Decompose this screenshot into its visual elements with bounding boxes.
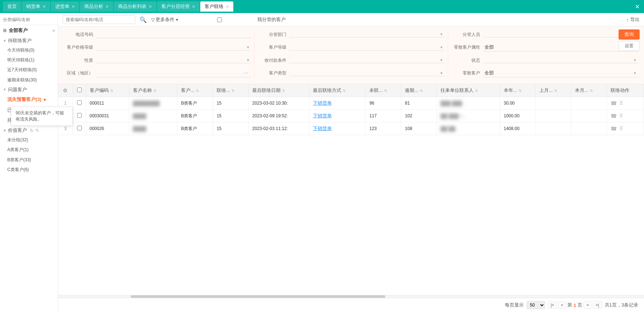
row-this-year: 1408.00 [500, 122, 536, 135]
sidebar-item-churn-warning[interactable]: 流失预警客户(3) ● [0, 94, 58, 105]
adv-status-select[interactable]: ▼ [483, 57, 638, 63]
select-all-checkbox[interactable] [77, 88, 82, 92]
adv-price-level-select[interactable]: ▼ [96, 45, 251, 50]
table-row: 3 000026 ████ B类客户 15 2023-02-03 11:12: … [58, 122, 644, 135]
settings-icon[interactable]: ⚙ [63, 88, 68, 93]
more-conditions-button[interactable]: ▽ 更多条件 ▼ [151, 16, 179, 23]
edit-icon[interactable]: ✎ [35, 128, 39, 133]
adv-customer-type-field: 客户类型 ▼ [257, 69, 444, 78]
close-icon[interactable]: ✕ [192, 4, 195, 9]
sidebar-group-value-header[interactable]: ▼ 价值客户 ↻ ✎ [0, 126, 58, 135]
sidebar-item-tomorrow[interactable]: 明天待联络(1) [0, 55, 58, 65]
sidebar-item-c-class[interactable]: C类客户(6) [0, 165, 58, 175]
sort-icon[interactable]: ⇅ [475, 89, 478, 93]
sort-icon[interactable]: ⇅ [590, 89, 593, 93]
adv-payment-select[interactable]: ▼ [289, 57, 444, 63]
prev-page-button[interactable]: < [558, 301, 566, 309]
sort-icon[interactable]: ⇅ [232, 89, 234, 93]
row-overdue: 81 [401, 97, 437, 110]
th-checkbox[interactable] [73, 84, 86, 97]
tab-product-analysis-list[interactable]: 商品分析列表 ✕ [114, 1, 156, 12]
adv-phone-input[interactable] [96, 31, 251, 38]
adv-scatter-customer-select[interactable]: 全部 ▼ [483, 69, 638, 77]
sidebar-item-7days[interactable]: 近7天待联络(0) [0, 65, 58, 75]
sort-icon[interactable]: ⇅ [420, 89, 423, 93]
contact-icon[interactable]: ☎ [611, 113, 617, 119]
th-action: 联络动作 [607, 84, 644, 97]
sidebar-group-problem-header[interactable]: ▼ 问题客户 [0, 85, 58, 94]
first-page-button[interactable]: |< [548, 301, 557, 309]
row-unit-contact: ██ ██... [437, 122, 500, 135]
close-icon[interactable]: ✕ [43, 4, 46, 9]
setting-button[interactable]: 设置 [619, 41, 640, 51]
row-checkbox[interactable] [77, 113, 82, 118]
close-icon[interactable]: ✕ [226, 4, 229, 9]
export-button[interactable]: ↑ 导出 [627, 16, 640, 23]
sort-icon[interactable]: ⇅ [282, 89, 285, 93]
per-page-select[interactable]: 50 100 200 [527, 301, 545, 309]
more-dots-icon[interactable]: ··· [242, 70, 250, 76]
adv-manager-select[interactable]: ▼ [483, 32, 628, 37]
close-icon[interactable]: ✕ [105, 4, 109, 9]
row-no-contact: 117 [366, 110, 401, 122]
th-setting[interactable]: ⚙ [58, 84, 73, 97]
search-button[interactable]: 🔍 [140, 16, 147, 23]
tab-sales[interactable]: 销货单 ✕ [22, 1, 50, 12]
sort-icon[interactable]: ⇅ [519, 89, 522, 93]
sidebar-item-overdue[interactable]: 逾期未联络(30) [0, 75, 58, 85]
more-actions-icon[interactable]: ⠿ [619, 100, 623, 106]
adv-scatter-attr-select[interactable]: 全部 ▼ [483, 43, 638, 52]
sort-icon[interactable]: ⇅ [343, 89, 346, 93]
row-last-way[interactable]: 下销货单 [309, 97, 366, 110]
adv-dept-select[interactable]: ▼ [289, 32, 444, 37]
tab-product-analysis[interactable]: 商品分析 ✕ [80, 1, 113, 12]
sort-icon[interactable]: ⇅ [554, 89, 557, 93]
last-page-button[interactable]: >| [593, 301, 601, 309]
row-last-date: 2023-02-09 19:52: [249, 110, 309, 122]
refresh-icon[interactable]: ↻ [30, 128, 34, 133]
row-checkbox-cell[interactable] [73, 97, 86, 110]
sidebar-item-ungrouped[interactable]: 未分组(32) [0, 135, 58, 145]
next-page-button[interactable]: > [584, 301, 591, 309]
more-actions-icon[interactable]: ⠿ [619, 126, 623, 131]
collapse-icon[interactable]: « [52, 28, 55, 33]
sort-icon[interactable]: ⇅ [196, 89, 199, 93]
search-input[interactable] [63, 15, 135, 24]
sort-icon[interactable]: ⇅ [384, 89, 387, 93]
row-last-month [535, 110, 571, 122]
row-checkbox[interactable] [77, 100, 82, 105]
my-customers-checkbox[interactable]: 我分管的客户 [183, 16, 286, 23]
query-button[interactable]: 查询 [619, 29, 640, 40]
contact-icon[interactable]: ☎ [611, 126, 617, 131]
chevron-down-icon: ▼ [440, 32, 443, 36]
adv-nature-select[interactable]: ▼ [96, 57, 251, 63]
tab-customer-tier[interactable]: 客户分层经营 ✕ [157, 1, 200, 12]
row-action: ☎ ⠿ [607, 110, 644, 122]
sidebar-item-a-class[interactable]: A类客户(1) [0, 145, 58, 155]
row-last-way[interactable]: 下销货单 [309, 122, 366, 135]
close-icon[interactable]: ✕ [72, 4, 75, 9]
window-close-button[interactable]: ✕ [635, 3, 640, 10]
sort-icon[interactable]: ⇅ [153, 89, 156, 93]
more-actions-icon[interactable]: ⠿ [619, 113, 623, 119]
adv-customer-type-select[interactable]: ▼ [289, 70, 444, 76]
sidebar-item-today[interactable]: 今天待联络(0) [0, 45, 58, 55]
row-this-month [571, 97, 607, 110]
row-checkbox[interactable] [77, 126, 82, 130]
tab-purchase[interactable]: 进货单 ✕ [51, 1, 79, 12]
sidebar-search-input[interactable] [3, 17, 57, 22]
tab-customer-contact[interactable]: 客户联络 ✕ [200, 1, 233, 12]
tab-home[interactable]: 首页 [3, 1, 21, 12]
row-checkbox-cell[interactable] [73, 122, 86, 135]
row-last-way[interactable]: 下销货单 [309, 110, 366, 122]
contact-icon[interactable]: ☎ [611, 100, 617, 106]
close-icon[interactable]: ✕ [149, 4, 152, 9]
sort-icon[interactable]: ⇅ [110, 89, 113, 93]
sidebar-item-b-class[interactable]: B类客户(33) [0, 155, 58, 165]
adv-region-select[interactable]: ··· [96, 69, 251, 77]
row-checkbox-cell[interactable] [73, 110, 86, 122]
adv-customer-level-select[interactable]: ▼ [289, 45, 444, 50]
horizontal-scrollbar[interactable] [58, 295, 644, 298]
sidebar-group-pending-header[interactable]: ▼ 待联络客户 [0, 36, 58, 45]
my-customers-check[interactable] [183, 17, 256, 22]
